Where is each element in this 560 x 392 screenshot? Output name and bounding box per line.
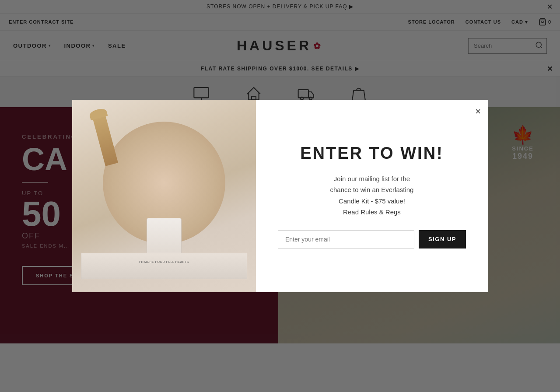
modal-body-line2: chance to win an Everlasting [330, 186, 414, 193]
modal-read-text: Read [343, 208, 359, 216]
modal-overlay[interactable]: FRAICHE FOOD FULL HEARTS × ENTER TO WIN!… [0, 0, 560, 392]
modal-email-input[interactable] [278, 230, 414, 248]
modal-book-title: FRAICHE FOOD FULL HEARTS [81, 260, 247, 263]
modal-book: FRAICHE FOOD FULL HEARTS [81, 253, 247, 279]
modal-image: FRAICHE FOOD FULL HEARTS [72, 100, 256, 292]
modal-signup-button[interactable]: SIGN UP [419, 230, 466, 248]
modal-rules-link[interactable]: Rules & Regs [360, 208, 401, 216]
modal-image-objects: FRAICHE FOOD FULL HEARTS [72, 100, 256, 292]
modal-form: SIGN UP [278, 230, 466, 248]
modal-content: × ENTER TO WIN! Join our mailing list fo… [256, 100, 488, 292]
modal-candle-jar [147, 218, 182, 257]
modal-body-line1: Join our mailing list for the [334, 175, 410, 182]
modal-body-line3: Candle Kit - $75 value! [339, 197, 405, 205]
modal-spatulas-icon [92, 112, 118, 166]
modal-close-button[interactable]: × [475, 106, 481, 117]
modal-title: ENTER TO WIN! [300, 144, 444, 163]
modal-dialog: FRAICHE FOOD FULL HEARTS × ENTER TO WIN!… [72, 100, 488, 292]
modal-body: Join our mailing list for the chance to … [330, 173, 414, 218]
